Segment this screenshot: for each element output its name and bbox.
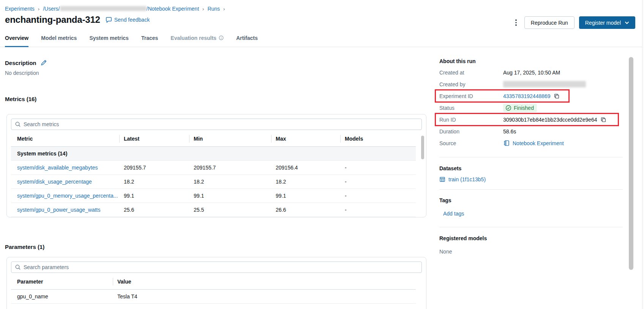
tab-model-metrics[interactable]: Model metrics [41, 33, 77, 47]
run-details-sidebar: About this run Created at Aug 17, 2025, … [439, 47, 623, 255]
metric-link[interactable]: system/disk_usage_percentage [17, 179, 92, 185]
created-by-redacted [503, 81, 586, 87]
dataset-item: train (1f1c13b5) [439, 176, 623, 182]
source-row: Source Notebook Experiment [439, 137, 623, 149]
metric-link[interactable]: system/disk_available_megabytes [17, 165, 98, 171]
register-model-button[interactable]: Register model [579, 16, 635, 29]
metrics-heading: Metrics (16) [5, 96, 426, 102]
metric-link[interactable]: system/gpu_0_power_usage_watts [17, 207, 100, 213]
experiment-id-row: Experiment ID 4335783192448869 [439, 90, 623, 102]
check-circle-icon [505, 105, 511, 111]
about-this-run-heading: About this run [439, 58, 623, 64]
scrollbar-thumb[interactable] [629, 57, 633, 270]
breadcrumb-experiment-path[interactable]: /Users//Notebook Experiment [43, 6, 199, 12]
page-title: enchanting-panda-312 [5, 14, 100, 25]
col-header-min: Min [189, 130, 271, 147]
metrics-search-input[interactable] [11, 119, 422, 130]
tab-overview[interactable]: Overview [5, 33, 28, 47]
run-id-row: Run ID 309030b17eb84e1bb23dcce0dd2e9e64 [439, 114, 623, 125]
divider [439, 189, 623, 190]
metrics-table: Metric Latest Min Max Models System metr… [11, 130, 416, 217]
col-header-max: Max [271, 130, 340, 147]
tab-traces[interactable]: Traces [141, 33, 158, 47]
run-overview-page: Experiments › /Users//Notebook Experimen… [0, 0, 644, 309]
table-row: system/disk_usage_percentage 18.2 18.2 1… [11, 175, 416, 189]
registered-models-value: None [439, 249, 623, 255]
col-header-parameter: Parameter [11, 273, 113, 290]
metrics-card: Metric Latest Min Max Models System metr… [6, 114, 426, 217]
copy-icon[interactable] [554, 93, 560, 99]
run-id-value: 309030b17eb84e1bb23dcce0dd2e9e64 [503, 117, 597, 123]
description-empty-text: No description [5, 70, 426, 76]
edit-pencil-icon[interactable] [40, 60, 47, 66]
table-row: gpu_0_name Tesla T4 [11, 290, 416, 304]
metrics-table-scrollbar[interactable] [421, 136, 424, 159]
metrics-group-row: System metrics (14) [11, 147, 416, 161]
parameters-card: Parameter Value gpu_0_name Tesla T4 [6, 257, 426, 309]
add-tags-link[interactable]: Add tags [443, 211, 623, 217]
chevron-right-icon: › [223, 6, 225, 12]
tags-heading: Tags [439, 197, 623, 203]
divider [439, 227, 623, 227]
status-badge: Finished [503, 104, 537, 112]
feedback-bubble-icon [106, 17, 112, 23]
notebook-icon [503, 140, 510, 146]
breadcrumb-experiments[interactable]: Experiments [5, 6, 35, 12]
table-icon [439, 176, 445, 182]
search-icon [15, 121, 21, 127]
search-icon [15, 264, 21, 270]
dataset-link[interactable]: train (1f1c13b5) [448, 176, 486, 182]
duration-value: 58.6s [503, 128, 516, 135]
kebab-icon [515, 19, 517, 21]
sidebar-scrollbar[interactable] [629, 57, 633, 270]
tab-artifacts[interactable]: Artifacts [236, 33, 258, 47]
page-scrollbar-track[interactable] [642, 0, 644, 309]
copy-icon[interactable] [600, 117, 606, 123]
redacted-user-path [60, 6, 147, 11]
breadcrumb: Experiments › /Users//Notebook Experimen… [5, 6, 228, 12]
source-link[interactable]: Notebook Experiment [513, 140, 564, 146]
divider [439, 157, 623, 157]
registered-models-heading: Registered models [439, 235, 623, 241]
col-header-latest: Latest [119, 130, 189, 147]
send-feedback-link[interactable]: Send feedback [106, 17, 150, 23]
duration-row: Duration 58.6s [439, 125, 623, 137]
table-row: system/gpu_0_power_usage_watts 25.6 25.5… [11, 203, 416, 217]
description-heading: Description [5, 60, 36, 66]
reproduce-run-button[interactable]: Reproduce Run [524, 16, 575, 29]
overflow-menu-button[interactable] [512, 16, 520, 29]
info-icon [219, 35, 224, 40]
status-row: Status Finished [439, 102, 623, 114]
parameters-heading: Parameters (1) [5, 244, 426, 250]
tab-system-metrics[interactable]: System metrics [89, 33, 129, 47]
created-at-value: Aug 17, 2025, 10:50 AM [503, 70, 560, 76]
parameters-search-input[interactable] [11, 261, 422, 273]
col-header-metric: Metric [11, 130, 119, 147]
tab-bar: Overview Model metrics System metrics Tr… [0, 33, 644, 47]
created-at-row: Created at Aug 17, 2025, 10:50 AM [439, 67, 623, 78]
chevron-right-icon: › [38, 6, 39, 12]
breadcrumb-runs[interactable]: Runs [207, 6, 220, 12]
chevron-right-icon: › [202, 6, 204, 12]
parameters-table: Parameter Value gpu_0_name Tesla T4 [11, 273, 416, 304]
tab-evaluation-results[interactable]: Evaluation results [170, 33, 224, 47]
table-row: system/disk_available_megabytes 209155.7… [11, 161, 416, 175]
chevron-down-icon [625, 21, 629, 24]
table-row: system/gpu_0_memory_usage_percenta... 99… [11, 189, 416, 203]
created-by-row: Created by [439, 78, 623, 90]
col-header-value: Value [113, 273, 416, 290]
experiment-id-link[interactable]: 4335783192448869 [503, 93, 551, 99]
datasets-heading: Datasets [439, 165, 623, 171]
col-header-models: Models [340, 130, 416, 147]
metric-link[interactable]: system/gpu_0_memory_usage_percenta... [17, 193, 118, 199]
